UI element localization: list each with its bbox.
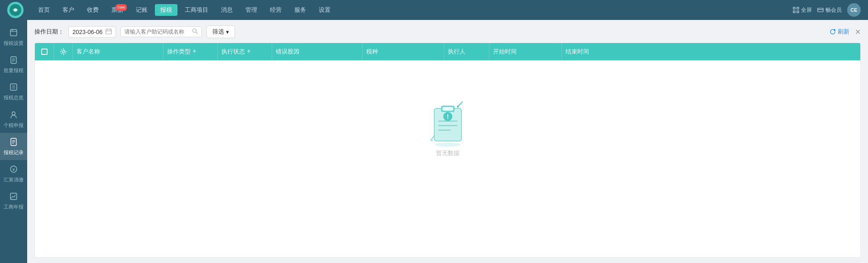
member-button[interactable]: 畅会员	[817, 6, 842, 14]
top-navigation: 首页客户收费票据new记账报税工商项目消息管理经营服务设置 全屏 畅会员 CE	[0, 0, 868, 20]
tax-record-icon	[9, 137, 18, 148]
th-execution_status: 执行状态	[218, 43, 272, 60]
sidebar-item-annual-report[interactable]: 工商年报	[0, 187, 27, 214]
svg-rect-6	[818, 8, 823, 12]
filter-label: 筛选	[212, 28, 224, 36]
sidebar-label-settlement: 汇算清缴	[4, 177, 24, 183]
svg-point-48	[457, 106, 459, 107]
sort-icon-operation_type	[192, 49, 197, 54]
svg-marker-37	[247, 51, 250, 53]
sidebar-label-tax-summary: 报税总览	[4, 95, 24, 101]
th-checkbox[interactable]	[35, 43, 54, 60]
search-wrapper[interactable]	[120, 26, 202, 37]
nav-item-message[interactable]: 消息	[216, 4, 238, 16]
th-settings[interactable]	[54, 43, 73, 60]
nav-item-tax[interactable]: 报税	[155, 4, 177, 16]
svg-marker-36	[247, 49, 250, 51]
app-logo[interactable]	[7, 2, 24, 18]
date-label: 操作日期：	[34, 28, 64, 36]
svg-rect-2	[793, 7, 795, 9]
svg-rect-8	[10, 29, 17, 36]
avatar-text: CE	[850, 7, 857, 13]
nav-item-collection[interactable]: 收费	[82, 4, 104, 16]
empty-text: 暂无数据	[436, 149, 460, 157]
sidebar-item-tax-record[interactable]: 报税记录	[0, 133, 27, 160]
th-executor: 执行人	[444, 43, 489, 60]
date-value: 2023-06-06	[72, 29, 103, 35]
th-client_name: 客户名称	[73, 43, 163, 60]
nav-badge-invoice: new	[115, 4, 127, 11]
calendar-icon	[106, 28, 112, 36]
top-nav-right: 全屏 畅会员 CE	[793, 3, 861, 17]
svg-text:!: !	[446, 113, 449, 120]
sidebar-label-tax-settings: 报税设置	[4, 40, 24, 46]
filter-button[interactable]: 筛选 ▾	[206, 25, 235, 38]
svg-rect-25	[10, 193, 17, 200]
svg-rect-5	[797, 11, 799, 13]
th-tax_type: 税种	[363, 43, 444, 60]
toolbar: 操作日期： 2023-06-06 筛选 ▾ 刷新	[34, 25, 861, 38]
nav-item-settings[interactable]: 设置	[313, 4, 336, 16]
main-layout: 报税设置批量报税报税总览个税申报报税记录¥汇算清缴工商年报 操作日期： 2023…	[0, 20, 868, 263]
svg-rect-26	[106, 29, 111, 34]
sort-icon-execution_status	[247, 49, 251, 54]
table-header: 客户名称操作类型 执行状态 错误股因税种执行人开始时间结束时间	[35, 43, 860, 60]
nav-item-home[interactable]: 首页	[33, 4, 55, 16]
personal-tax-icon	[9, 110, 18, 121]
svg-rect-15	[10, 84, 17, 90]
data-table: 客户名称操作类型 执行状态 错误股因税种执行人开始时间结束时间	[34, 43, 861, 258]
nav-item-operation[interactable]: 经营	[264, 4, 287, 16]
empty-state: ! 暂无数据	[35, 60, 860, 196]
nav-item-service[interactable]: 服务	[289, 4, 312, 16]
svg-rect-41	[442, 107, 453, 111]
content-area: 操作日期： 2023-06-06 筛选 ▾ 刷新	[27, 20, 868, 263]
sidebar-item-settlement[interactable]: ¥汇算清缴	[0, 160, 27, 187]
svg-point-18	[12, 112, 15, 115]
sidebar-item-personal-tax[interactable]: 个税申报	[0, 106, 27, 133]
svg-rect-3	[797, 7, 799, 9]
search-input[interactable]	[125, 29, 189, 35]
svg-line-47	[458, 102, 462, 107]
tax-settings-icon	[9, 28, 18, 39]
filter-chevron-icon: ▾	[226, 29, 229, 35]
sidebar-item-tax-settings[interactable]: 报税设置	[0, 24, 27, 51]
toolbar-right: 刷新 ✕	[830, 28, 861, 36]
refresh-label: 刷新	[838, 28, 849, 36]
nav-item-bookkeeping[interactable]: 记账	[130, 4, 153, 16]
nav-item-client[interactable]: 客户	[57, 4, 80, 16]
sidebar-item-tax-summary[interactable]: 报税总览	[0, 78, 27, 105]
svg-marker-34	[193, 49, 196, 51]
th-start_time: 开始时间	[489, 43, 562, 60]
select-all-checkbox[interactable]	[41, 49, 48, 55]
sidebar: 报税设置批量报税报税总览个税申报报税记录¥汇算清缴工商年报	[0, 20, 27, 263]
settlement-icon: ¥	[9, 165, 18, 175]
th-operation_type: 操作类型	[163, 43, 218, 60]
sidebar-label-annual-report: 工商年报	[4, 204, 24, 210]
th-end_time: 结束时间	[562, 43, 634, 60]
sidebar-item-batch-tax[interactable]: 批量报税	[0, 51, 27, 78]
sidebar-label-tax-record: 报税记录	[4, 150, 24, 156]
fullscreen-label: 全屏	[801, 6, 812, 14]
svg-point-30	[192, 29, 196, 33]
svg-line-49	[432, 136, 434, 139]
svg-point-50	[430, 139, 433, 141]
date-picker[interactable]: 2023-06-06	[68, 26, 116, 38]
annual-report-icon	[9, 192, 18, 202]
refresh-button[interactable]: 刷新	[830, 28, 849, 36]
nav-item-business[interactable]: 工商项目	[179, 4, 214, 16]
nav-item-management[interactable]: 管理	[240, 4, 263, 16]
nav-item-invoice[interactable]: 票据new	[106, 4, 129, 16]
user-avatar[interactable]: CE	[847, 3, 861, 17]
empty-illustration: !	[425, 99, 470, 149]
svg-marker-35	[193, 51, 196, 53]
sidebar-label-personal-tax: 个税申报	[4, 122, 24, 128]
svg-line-31	[196, 32, 197, 34]
member-label: 畅会员	[825, 6, 842, 14]
batch-tax-icon	[9, 55, 18, 66]
close-button[interactable]: ✕	[855, 28, 861, 36]
svg-point-38	[435, 142, 460, 147]
fullscreen-button[interactable]: 全屏	[793, 6, 812, 14]
search-icon	[192, 28, 198, 35]
sidebar-label-batch-tax: 批量报税	[4, 68, 24, 73]
th-error_reason: 错误股因	[272, 43, 363, 60]
